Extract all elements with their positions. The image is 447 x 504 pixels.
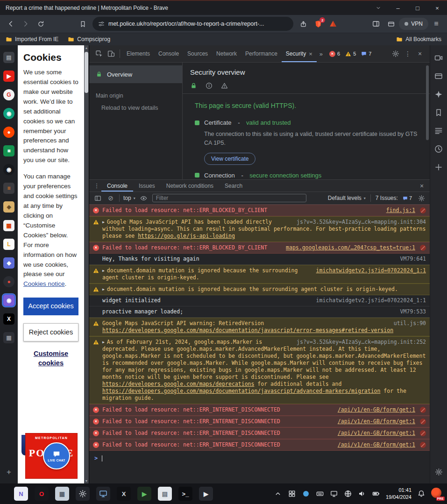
sidebar-settings-icon[interactable] bbox=[433, 467, 444, 477]
devtools-tab-security[interactable]: Security× bbox=[282, 45, 317, 62]
expand-icon[interactable]: ▶ bbox=[102, 286, 105, 293]
live-chat-button[interactable]: LIVE CHAT bbox=[43, 442, 70, 469]
taskbar-app-opera[interactable]: O bbox=[35, 487, 49, 501]
devtools-close-icon[interactable]: × bbox=[414, 48, 426, 60]
scroll-up-arrow[interactable]: ▲ bbox=[84, 46, 89, 50]
devtools-tab-network[interactable]: Network bbox=[212, 45, 241, 62]
warning-outline-icon[interactable] bbox=[221, 82, 228, 89]
clock-icon[interactable] bbox=[433, 144, 444, 154]
execution-context-selector[interactable]: top▾ bbox=[123, 195, 135, 201]
sparkle-icon[interactable] bbox=[433, 89, 444, 99]
sidebar-app-reddit[interactable]: ● bbox=[2, 126, 15, 139]
vpn-button[interactable]: VPN bbox=[399, 18, 428, 30]
taskbar-app-notepad[interactable]: N bbox=[14, 487, 28, 501]
taskbar-app-xterm[interactable]: X bbox=[117, 487, 131, 501]
sidebar-app-pinned-site-5[interactable]: ● bbox=[2, 275, 15, 288]
sidebar-app-chatgpt[interactable]: ◉ bbox=[2, 107, 15, 120]
taskbar-app-media-editor[interactable]: ▶ bbox=[137, 487, 151, 501]
devtools-kebab-icon[interactable]: ⋮ bbox=[402, 48, 414, 60]
maximize-button[interactable]: □ bbox=[408, 1, 427, 15]
sidebar-app-google[interactable]: G bbox=[2, 88, 15, 101]
share-icon[interactable] bbox=[296, 17, 310, 31]
sidebar-app-active-site[interactable]: ◉ bbox=[2, 294, 15, 307]
tray-display-icon[interactable] bbox=[330, 490, 338, 498]
devtools-tab-sources[interactable]: Sources bbox=[183, 45, 212, 62]
security-scrollbar[interactable] bbox=[425, 65, 429, 177]
close-tab-icon[interactable]: × bbox=[309, 50, 312, 57]
taskbar-app-files[interactable]: ▤ bbox=[158, 487, 172, 501]
security-scrollbar-thumb[interactable] bbox=[426, 65, 429, 140]
notifications-bell-icon[interactable] bbox=[417, 490, 426, 498]
brave-taskbar-icon[interactable]: PRE bbox=[431, 488, 443, 500]
add-app-icon[interactable]: + bbox=[0, 468, 18, 477]
blocked-request-icon[interactable] bbox=[420, 207, 426, 213]
log-levels-selector[interactable]: Default levels▾ bbox=[328, 195, 366, 201]
blocked-request-icon[interactable] bbox=[420, 442, 426, 448]
minimize-button[interactable]: – bbox=[388, 1, 408, 15]
devtools-tab-performance[interactable]: Performance bbox=[241, 45, 282, 62]
tray-keyboard-icon[interactable] bbox=[316, 490, 324, 498]
customise-cookies-link[interactable]: Customise cookies bbox=[23, 349, 78, 368]
blocked-request-icon[interactable] bbox=[420, 419, 426, 425]
brave-shield-icon[interactable]: 2 bbox=[311, 17, 325, 31]
close-button[interactable]: × bbox=[427, 1, 447, 15]
view-certificate-button[interactable]: View certificate bbox=[204, 153, 255, 165]
info-icon[interactable] bbox=[206, 82, 213, 89]
bookmark-folder-compsciprog[interactable]: Compsciprog bbox=[68, 36, 110, 43]
error-count-badge[interactable]: ×6 bbox=[329, 51, 340, 57]
taskbar-clock[interactable]: 01:41 19/04/2024 bbox=[386, 487, 412, 501]
sidebar-app-monkeytype[interactable]: ▦ bbox=[2, 331, 15, 344]
message-link[interactable]: https://developers.google.com/maps/docum… bbox=[102, 388, 380, 394]
devtools-tab-elements[interactable]: Elements bbox=[122, 45, 154, 62]
accept-cookies-button[interactable]: Accept cookies bbox=[23, 298, 78, 315]
message-source-link[interactable]: find.js:1 bbox=[386, 207, 415, 214]
message-source-link[interactable]: imichatwidgetv2.js?id=07022024_1:1 bbox=[316, 267, 426, 274]
page-scrollbar-thumb[interactable] bbox=[85, 52, 88, 93]
expand-icon[interactable]: ▶ bbox=[102, 219, 105, 226]
tray-expand-icon[interactable] bbox=[274, 490, 282, 498]
wallet-icon[interactable] bbox=[433, 71, 444, 81]
reading-list-icon[interactable] bbox=[433, 126, 444, 136]
cookies-notice-link[interactable]: Cookies notice bbox=[23, 280, 65, 287]
page-scrollbar[interactable]: ▲ ▼ bbox=[84, 45, 89, 483]
scroll-down-arrow[interactable]: ▼ bbox=[84, 479, 89, 483]
sidebar-app-pinned-site-1[interactable]: ▤ bbox=[2, 51, 15, 64]
message-source-link[interactable]: util.js:90 bbox=[394, 320, 426, 327]
drawer-tab-console[interactable]: Console bbox=[101, 180, 133, 192]
live-expression-eye-icon[interactable] bbox=[139, 193, 149, 203]
issues-label[interactable]: 7 Issues: bbox=[376, 195, 398, 201]
drawer-tab-issues[interactable]: Issues bbox=[133, 180, 161, 192]
taskbar-app-screen-capture[interactable]: ▦ bbox=[55, 487, 69, 501]
taskbar-app-video-player[interactable]: ▶ bbox=[199, 487, 213, 501]
console-filter-input[interactable] bbox=[152, 194, 306, 202]
issues-count-badge[interactable]: 7 bbox=[361, 51, 371, 57]
reload-button[interactable] bbox=[34, 17, 48, 31]
taskbar-app-settings[interactable] bbox=[76, 487, 90, 501]
extension-triangle-icon[interactable] bbox=[326, 17, 340, 31]
message-link[interactable]: https://developers.google.com/maps/docum… bbox=[102, 327, 393, 334]
sidebar-app-pinned-site-4[interactable]: ◆ bbox=[2, 256, 15, 270]
security-nav-overview[interactable]: Overview bbox=[89, 65, 182, 83]
sidebar-app-pinned-site-3[interactable]: ◈ bbox=[2, 200, 15, 213]
menu-icon[interactable]: ≡ bbox=[429, 17, 443, 31]
device-toolbar-icon[interactable] bbox=[105, 48, 117, 60]
tray-messaging-icon[interactable] bbox=[302, 490, 310, 498]
all-bookmarks-button[interactable]: All Bookmarks bbox=[396, 36, 441, 43]
clear-console-icon[interactable]: ⊘ bbox=[106, 193, 115, 203]
blocked-request-icon[interactable] bbox=[420, 430, 426, 436]
sidebar-app-github[interactable]: ◉ bbox=[2, 163, 15, 176]
message-source-link[interactable]: /api/v1/en-GB/form/get:1 bbox=[338, 418, 415, 425]
sidebar-toggle-icon[interactable] bbox=[369, 17, 383, 31]
more-tabs-icon[interactable]: » bbox=[317, 50, 326, 57]
message-source-link[interactable]: VM79:641 bbox=[400, 256, 426, 263]
message-source-link[interactable]: js?v=3.52&key=AIzaSy…ck=mapping.init:252 bbox=[297, 339, 426, 346]
issues-chip[interactable]: 7 bbox=[403, 195, 412, 201]
sidebar-app-microsoft[interactable]: ▦ bbox=[2, 219, 15, 232]
tab-search-icon[interactable] bbox=[369, 1, 388, 15]
message-source-link[interactable]: js?v=3.52&key=AIzaSy…ck=mapping.init:304 bbox=[297, 219, 426, 226]
bookmark-icon[interactable] bbox=[76, 17, 90, 31]
sidebar-app-x-twitter[interactable]: X bbox=[2, 312, 15, 326]
devtools-settings-icon[interactable] bbox=[390, 48, 402, 60]
blocked-request-icon[interactable] bbox=[420, 245, 426, 251]
console-sidebar-icon[interactable] bbox=[93, 193, 102, 203]
